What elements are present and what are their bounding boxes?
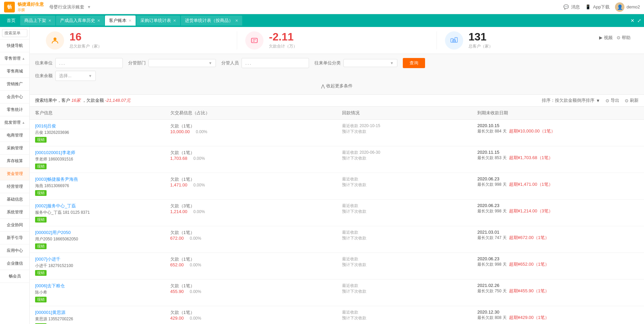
customer-name-link[interactable]: [000002]用户2050 (35, 230, 160, 236)
message-btn[interactable]: 💬 消息 (563, 4, 580, 10)
debt-amount[interactable]: 429.00 (170, 316, 184, 321)
close-icon[interactable]: ✕ (235, 19, 238, 23)
company-dropdown-icon[interactable]: ▼ (87, 5, 91, 9)
help-btn[interactable]: ⊙ 帮助 (617, 35, 631, 41)
sidebar-item-basic-info[interactable]: 基础信息 (0, 193, 29, 206)
dept-select[interactable]: ▼ (148, 59, 216, 67)
overdue-amount-link[interactable]: 超期¥672.00（1笔） (509, 235, 549, 240)
stat-top-actions: ▶ 视频 ⊙ 帮助 (599, 35, 631, 41)
help-icon: ⊙ (617, 35, 620, 40)
sidebar-item-quick-nav[interactable]: 快捷导航 (0, 39, 29, 52)
sidebar-item-purchase-mgmt[interactable]: 采购管理 (0, 142, 29, 155)
message-icon: 💬 (563, 4, 569, 9)
debt-amount[interactable]: 1,214.00 (170, 209, 188, 214)
sidebar-item-operations[interactable]: 经营管理 (0, 180, 29, 193)
tab-home[interactable]: 首页 (3, 16, 20, 26)
sidebar-item-retail-stats[interactable]: 零售统计 (0, 104, 29, 116)
table-row: [0001020001]李老师 李老师 18600391516 现销 欠款（1笔… (30, 146, 644, 173)
sidebar-item-wechat[interactable]: 企业微信 (0, 257, 29, 270)
debt-amount[interactable]: 10,000.00 (170, 129, 190, 134)
debt-info-cell: 欠款（1笔） 652.00 0.00% (165, 253, 337, 279)
customer-name-link[interactable]: [0001020001]李老师 (35, 150, 160, 156)
customer-phone: 黄思源 13552700226 (35, 316, 160, 322)
top-header: 畅 畅捷通好生意 示膜 母婴行业演示账套 ▼ 💬 消息 📱 App下载 👤 de… (0, 0, 644, 14)
customer-name-link[interactable]: [0003]畅捷服务尹海燕 (35, 176, 160, 182)
app-download-btn[interactable]: 📱 App下载 (585, 4, 610, 10)
sidebar-item-retail-mgmt[interactable]: 零售管理 ▲ (0, 52, 29, 65)
close-icon[interactable]: ✕ (173, 19, 176, 23)
sidebar-item-vip[interactable]: 畅会员 (0, 270, 29, 283)
sidebar-item-newbie-guide[interactable]: 新手引导 (0, 232, 29, 244)
customer-name-link[interactable]: [0007]小进千 (35, 256, 160, 262)
stat-card-amount: -2.11 欠款合计（万） (237, 31, 437, 50)
sidebar-item-inventory[interactable]: 库存核算 (0, 155, 29, 168)
amount-value: -21,148.07元 (105, 98, 130, 103)
overdue-amount-link[interactable]: 超期¥1,214.00（3笔） (509, 208, 553, 213)
export-btn[interactable]: ⊙ 导出 (606, 97, 619, 104)
sidebar-item-enterprise-collab[interactable]: 企业协同 (0, 219, 29, 232)
sidebar-item-wholesale-mgmt[interactable]: 批发管理 ▲ (0, 116, 29, 129)
source-unit-input[interactable]: ... (55, 58, 123, 68)
debt-amount[interactable]: 1,471.00 (170, 182, 188, 187)
customer-name-link[interactable]: [0006]去下粮仓 (35, 283, 160, 289)
debt-amount[interactable]: 672.00 (170, 236, 184, 241)
debt-amount[interactable]: 652.00 (170, 262, 184, 267)
refresh-btn[interactable]: ⊙ 刷新 (625, 97, 639, 104)
debt-amount[interactable]: 1,703.68 (170, 156, 188, 161)
tab-production-history[interactable]: 产成品入库单历史 ✕ (56, 16, 104, 26)
close-all-tabs-btn[interactable]: ✕ (631, 18, 635, 23)
next-payment: 预计下次收款 (342, 129, 366, 134)
expand-btn[interactable]: ⤢ (637, 18, 641, 23)
sidebar-item-member-center[interactable]: 会员中心 (0, 91, 29, 104)
payment-status-cell: 最近收款 预计下次收款 (337, 306, 472, 324)
overdue-amount-link[interactable]: 超期¥455.90（1笔） (509, 288, 549, 293)
sidebar-item-app-center[interactable]: 应用中心 (0, 244, 29, 257)
sort-btn[interactable]: 排序：按欠款金额倒序排序 ▼ (542, 97, 600, 104)
overdue-amount-link[interactable]: 超期¥1,703.68（1笔） (509, 155, 553, 160)
tab-customer-account[interactable]: 客户账本 ✕ (105, 16, 136, 26)
sidebar-item-system[interactable]: 系统管理 (0, 206, 29, 219)
close-icon[interactable]: ✕ (48, 19, 51, 23)
video-btn[interactable]: ▶ 视频 (599, 35, 613, 41)
tab-product-listing[interactable]: 商品上下架 ✕ (20, 16, 55, 26)
customer-info-cell: [0002]服务中心_丁磊 服务中心_丁磊 181 0125 8371 现销 (30, 200, 165, 226)
manager-input[interactable]: ... (242, 58, 309, 68)
search-button[interactable]: 查询 (403, 58, 425, 68)
customer-name-link[interactable]: [0016]吕俊 (35, 123, 160, 129)
balance-select[interactable]: 选择... ▼ (55, 71, 96, 81)
search-input[interactable] (2, 29, 27, 37)
sidebar-item-ecommerce[interactable]: 电商管理 (0, 129, 29, 142)
last-payment: 最近收款 (342, 230, 358, 235)
due-date-cell: 2020.12.30 最长欠款 808 天 超期¥429.00（1笔） (472, 306, 644, 324)
customer-name-link[interactable]: [0002]服务中心_丁磊 (35, 203, 160, 209)
customer-tag: 现销 (35, 297, 47, 302)
close-icon[interactable]: ✕ (97, 19, 100, 23)
customer-table: 客户信息 欠交易信息（占比） 回款情况 到期未收款日期 [0016]吕俊 吕俊 … (30, 107, 644, 324)
overdue-amount-link[interactable]: 超期¥1,471.00（1笔） (509, 182, 553, 187)
logo-title: 畅捷通好生意 (18, 1, 44, 7)
debt-info-cell: 欠款（1笔） 429.00 0.00% (165, 306, 337, 324)
collapse-filter-btn[interactable]: ⋀ 收起更多条件 (35, 83, 639, 89)
customer-phone: 海燕 18513066976 (35, 183, 160, 189)
customer-phone: 小进千 18279152100 (35, 263, 160, 269)
tab-inbound-stats[interactable]: 进货单统计表（按商品） ✕ (181, 16, 242, 26)
overdue-amount-link[interactable]: 超期¥429.00（1笔） (509, 315, 549, 320)
tab-label: 进货单统计表（按商品） (185, 18, 233, 24)
overdue-amount-link[interactable]: 超期¥10,000.00（1笔） (509, 128, 555, 134)
sidebar-item-retail-mall[interactable]: 零售商城 (0, 65, 29, 78)
user-avatar[interactable]: 👤 demo2 (615, 2, 640, 12)
debt-count: 欠款（3笔） (170, 203, 195, 208)
close-icon[interactable]: ✕ (129, 19, 132, 23)
debt-amount[interactable]: 455.90 (170, 289, 184, 294)
payment-status-cell: 最近收款 预计下次收款 (337, 173, 472, 200)
sidebar-search-area[interactable] (0, 27, 29, 39)
debt-count: 欠款（1笔） (170, 230, 195, 235)
unit-category-label: 往来单位分类 (314, 60, 341, 66)
tab-purchase-stats[interactable]: 采购订单统计表 ✕ (136, 16, 180, 26)
overdue-amount-link[interactable]: 超期¥652.00（1笔） (509, 262, 549, 267)
sidebar-item-finance[interactable]: 资金管理 (0, 168, 29, 180)
customer-name-link[interactable]: [000001]黄思源 (35, 310, 160, 316)
unit-category-select[interactable]: ▼ (343, 59, 397, 67)
table-header-row: 客户信息 欠交易信息（占比） 回款情况 到期未收款日期 (30, 107, 644, 120)
sidebar-item-marketing[interactable]: 营销推广 (0, 78, 29, 91)
